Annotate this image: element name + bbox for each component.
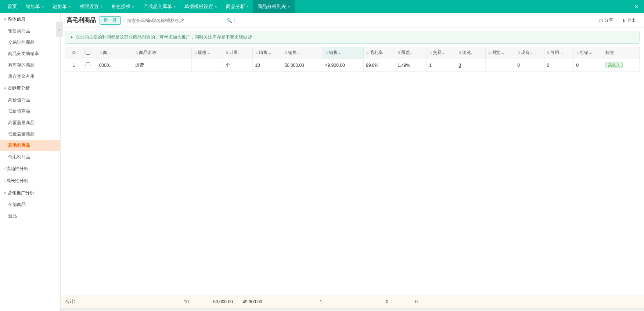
sidebar-item-low-margin[interactable]: 低毛利商品 — [0, 151, 60, 163]
sidebar-item-category-rate[interactable]: 商品分类助销率 — [0, 48, 60, 59]
arrow-marketing: ∨ — [4, 191, 6, 195]
sidebar-collapse-button[interactable]: « — [56, 22, 63, 37]
cell-coverage: 1.49% — [395, 59, 427, 72]
col-sales-qty: ⇅销售... — [253, 47, 282, 59]
search-input[interactable] — [127, 18, 227, 23]
main-layout: ∨ 整体信息 销售类商品 交易过的商品 商品分类助销率 有库存的商品 库存资金占… — [0, 13, 644, 311]
sidebar-item-high-margin[interactable]: 高毛利商品 — [0, 140, 60, 151]
export-button[interactable]: ⬇ 导出 — [620, 17, 638, 24]
col-index: ⚙ — [65, 47, 83, 59]
settings-icon[interactable]: ⚙ — [72, 50, 76, 55]
footer-cells: 10 50,000.00 49,900.00 1 0 0 — [82, 299, 640, 304]
col-spec: ⇅规格... — [192, 47, 223, 59]
cell-sales-qty: 10 — [253, 59, 282, 72]
col-stock-sellable: ⇅可销... — [574, 47, 603, 59]
footer-sales-cost: 49,900.00 — [240, 299, 270, 304]
nav-product-analysis[interactable]: 商品分析 × — [222, 0, 253, 13]
arrow-flow: › — [4, 167, 5, 171]
search-icon[interactable]: 🔍 — [227, 18, 232, 23]
sidebar-item-high-value[interactable]: 高价值商品 — [0, 94, 60, 106]
col-sales-cost: ⇅销售... — [323, 47, 364, 59]
footer-sales-amount: 50,000.00 — [211, 299, 240, 304]
sidebar-item-stock-capital[interactable]: 库存资金占用 — [0, 71, 60, 82]
horizontal-scrollbar[interactable] — [61, 308, 644, 311]
nav-close-role[interactable]: × — [132, 4, 134, 9]
sidebar-item-low-value[interactable]: 低价值商品 — [0, 106, 60, 117]
sidebar-item-low-coverage[interactable]: 低覆盖量商品 — [0, 129, 60, 140]
time-filter-month[interactable]: 近一月 — [100, 16, 121, 25]
cell-tag: 高收入 — [603, 59, 640, 72]
sidebar-section-growth[interactable]: › 成长性分析 — [0, 175, 60, 187]
nav-analysis-list[interactable]: 商品分析列表 × — [253, 0, 294, 13]
nav-home[interactable]: 首页 — [3, 0, 21, 13]
cell-code: 0000... — [97, 59, 133, 72]
sidebar-item-sales-goods[interactable]: 销售类商品 — [0, 25, 60, 37]
col-checkbox — [83, 47, 97, 59]
cell-stock-current: 0 — [515, 59, 544, 72]
nav-role-auth[interactable]: 角色授权 × — [107, 0, 138, 13]
nav-close-template[interactable]: × — [215, 4, 217, 9]
cell-gross-rate: 99.8% — [363, 59, 395, 72]
info-text: 企业的主要的利润都是这部分商品创造的，可考虑加大推广，同时关注库存是不要出现缺货 — [76, 34, 252, 40]
col-views2: ⇅浏览... — [486, 47, 515, 59]
row-checkbox[interactable] — [86, 62, 90, 67]
content-header: 高毛利商品 近一月 🔍 ⬡ 分享 ⬇ 导出 — [61, 13, 644, 28]
cell-name: 运费 — [133, 59, 192, 72]
sidebar-section-overall[interactable]: ∨ 整体信息 — [0, 13, 60, 25]
search-wrap: 🔍 — [125, 17, 235, 24]
nav-close-sales-order[interactable]: × — [42, 4, 44, 9]
select-all-checkbox[interactable] — [86, 50, 90, 55]
sidebar-section-flow[interactable]: › 流趋性分析 — [0, 163, 60, 175]
cell-checkbox — [83, 59, 97, 72]
nav-sales-order[interactable]: 销售单 × — [21, 0, 48, 13]
nav-close-inbound[interactable]: × — [173, 4, 176, 9]
arrow-contribution: ∨ — [4, 86, 6, 90]
share-button[interactable]: ⬡ 分享 — [597, 17, 615, 24]
nav-close-permission[interactable]: × — [100, 4, 102, 9]
footer-stock-current: 0 — [384, 299, 413, 304]
close-all-button[interactable]: × — [632, 3, 641, 10]
sidebar-section-marketing[interactable]: ∨ 营销推广分析 — [0, 187, 60, 199]
nav-template-settings[interactable]: 单据模板设置 × — [180, 0, 221, 13]
tag-badge: 高收入 — [605, 62, 623, 68]
sidebar-item-instock-goods[interactable]: 有库存的商品 — [0, 59, 60, 71]
cell-views2 — [486, 59, 515, 72]
nav-purchase-order[interactable]: 进货单 × — [48, 0, 75, 13]
arrow-growth: › — [4, 179, 5, 183]
top-nav: 首页 销售单 × 进货单 × 权限设置 × 角色授权 × 产成品入库单 × 单据… — [0, 0, 644, 13]
footer-bar: 合计: 10 50,000.00 49,900.00 1 0 0 — [61, 295, 644, 308]
sidebar-section-contribution[interactable]: ∨ 贡献度分析 — [0, 82, 60, 94]
col-gross-rate: ⇅毛利率 — [363, 47, 395, 59]
table-wrap: ⚙ ⇅商... ⇅商品名称 ⇅规格... ⇅计量... ⇅销售... ⇅销售..… — [61, 47, 644, 295]
page-title: 高毛利商品 — [66, 17, 96, 24]
table-header-row: ⚙ ⇅商... ⇅商品名称 ⇅规格... ⇅计量... ⇅销售... ⇅销售..… — [65, 47, 640, 59]
header-actions: ⬡ 分享 ⬇ 导出 — [597, 17, 638, 24]
cell-transactions: 1 — [427, 59, 456, 72]
sidebar-item-high-coverage[interactable]: 高覆盖量商品 — [0, 117, 60, 129]
cell-spec — [192, 59, 223, 72]
nav-permission-settings[interactable]: 权限设置 × — [75, 0, 107, 13]
nav-close-purchase-order[interactable]: × — [68, 4, 71, 9]
nav-close-analysis[interactable]: × — [247, 4, 249, 9]
col-stock-current: ⇅现有... — [515, 47, 544, 59]
sidebar: ∨ 整体信息 销售类商品 交易过的商品 商品分类助销率 有库存的商品 库存资金占… — [0, 13, 61, 311]
col-sales-amount: ⇅销售... — [282, 47, 323, 59]
views1-link[interactable]: 0 — [458, 63, 461, 68]
cell-stock-sellable: 0 — [574, 59, 603, 72]
col-coverage: ⇅覆盖... — [395, 47, 427, 59]
nav-product-inbound[interactable]: 产成品入库单 × — [139, 0, 180, 13]
cell-index: 1 — [65, 59, 83, 72]
col-code: ⇅商... — [97, 47, 133, 59]
sidebar-item-new-goods[interactable]: 新品 — [0, 210, 60, 222]
share-icon: ⬡ — [599, 18, 603, 23]
cell-sales-amount: 50,000.00 — [282, 59, 323, 72]
sidebar-item-all-goods[interactable]: 全部商品 — [0, 199, 60, 210]
col-stock-available: ⇅可用... — [544, 47, 574, 59]
info-icon: ✦ — [70, 35, 73, 40]
col-transactions: ⇅交易... — [427, 47, 456, 59]
nav-close-analysis-list[interactable]: × — [288, 4, 290, 9]
table-row: 1 0000... 运费 个 10 50,000.00 49,900.00 99… — [65, 59, 640, 72]
cell-stock-available: 0 — [544, 59, 574, 72]
sidebar-item-traded-goods[interactable]: 交易过的商品 — [0, 37, 60, 48]
data-table: ⚙ ⇅商... ⇅商品名称 ⇅规格... ⇅计量... ⇅销售... ⇅销售..… — [65, 47, 640, 72]
